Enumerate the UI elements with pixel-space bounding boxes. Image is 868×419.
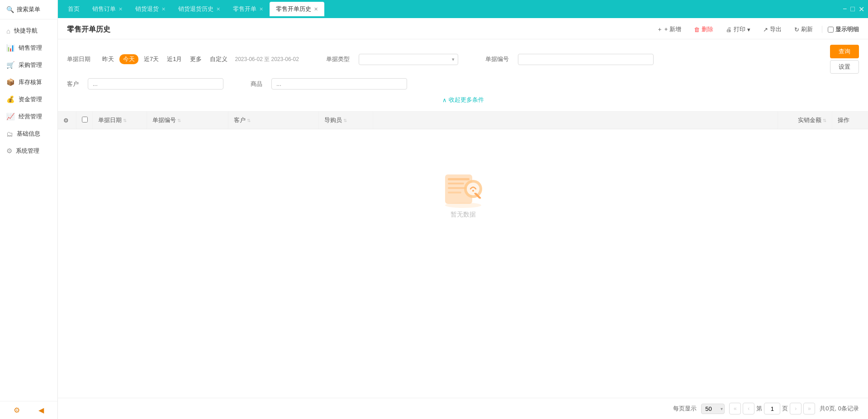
col-guide-sort-icon: ⇅ [343, 118, 347, 123]
page-input[interactable] [764, 403, 780, 414]
export-button[interactable]: ↗ 导出 [759, 24, 785, 35]
date-label: 单据日期 [67, 55, 90, 63]
date-opt-1month[interactable]: 近1月 [164, 54, 185, 64]
select-all-checkbox[interactable] [82, 117, 88, 122]
doc-type-select[interactable] [359, 54, 458, 65]
page-header: 零售开单历史 ＋ + 新增 🗑 删除 🖨 打印 ▾ ↗ 导出 [58, 18, 868, 39]
add-icon: ＋ [657, 25, 663, 33]
page-next-button[interactable]: › [790, 403, 802, 414]
empty-illustration [436, 165, 490, 211]
sidebar-item-finance[interactable]: 💰资金管理 [0, 91, 57, 108]
tab-bar: 首页销售订单✕销货退货✕销货退货历史✕零售开单✕零售开单历史✕ − □ ✕ [58, 0, 868, 18]
window-maximize-icon[interactable]: □ [850, 5, 855, 13]
nav-label-quick-nav: 快捷导航 [14, 27, 38, 35]
page-title: 零售开单历史 [67, 25, 110, 34]
date-opt-7days[interactable]: 近7天 [141, 54, 161, 64]
col-date[interactable]: 单据日期 ⇅ [92, 112, 147, 129]
col-num[interactable]: 单据编号 ⇅ [147, 112, 228, 129]
nav-icon-operations: 📈 [6, 113, 15, 121]
page-of-label: 页 [782, 405, 788, 413]
tab-close-sales-return[interactable]: ✕ [161, 6, 166, 12]
tab-sales-return-history[interactable]: 销货退货历史✕ [172, 2, 227, 16]
col-guide-label: 导购员 [324, 116, 342, 124]
nav-icon-finance: 💰 [6, 95, 15, 104]
date-opt-more[interactable]: 更多 [187, 54, 204, 64]
date-opt-today[interactable]: 今天 [119, 54, 138, 64]
date-range-display: 2023-06-02 至 2023-06-02 [235, 56, 299, 63]
col-customer-label: 客户 [234, 116, 246, 124]
svg-rect-2 [448, 178, 470, 180]
refresh-button[interactable]: ↻ 刷新 [791, 24, 816, 35]
goods-label: 商品 [251, 80, 262, 88]
page-size-wrapper: 10 20 50 100 ▾ [701, 404, 725, 414]
collapse-bar[interactable]: ∧ 收起更多条件 [67, 94, 859, 106]
sidebar-item-quick-nav[interactable]: ⌂快捷导航 [0, 22, 57, 39]
tab-sales-return[interactable]: 销货退货✕ [129, 2, 172, 16]
page-prev-button[interactable]: ‹ [743, 403, 754, 414]
goods-input[interactable] [271, 78, 407, 89]
tab-label-sales-return: 销货退货 [135, 5, 159, 13]
nav-label-sys-mgmt: 系统管理 [16, 147, 39, 155]
date-options: 昨天 今天 近7天 近1月 更多 自定义 2023-06-02 至 2023-0… [100, 54, 299, 64]
tab-label-retail-open: 零售开单 [233, 5, 256, 13]
sidebar: 🔍 搜索菜单 ⌂快捷导航📊销售管理🛒采购管理📦库存核算💰资金管理📈经营管理🗂基础… [0, 0, 58, 419]
print-arrow-icon: ▾ [747, 26, 750, 33]
sidebar-item-operations[interactable]: 📈经营管理 [0, 108, 57, 125]
page-size-select[interactable]: 10 20 50 100 [701, 404, 725, 414]
svg-rect-4 [448, 187, 467, 189]
col-customer[interactable]: 客户 ⇅ [228, 112, 318, 129]
collapse-label: 收起更多条件 [449, 96, 484, 104]
svg-rect-3 [448, 183, 464, 184]
col-amount-label: 实销金额 [798, 116, 821, 124]
tab-sales-order[interactable]: 销售订单✕ [86, 2, 129, 16]
tab-close-retail-open[interactable]: ✕ [259, 6, 263, 12]
tab-close-sales-order[interactable]: ✕ [119, 6, 123, 12]
empty-text: 暂无数据 [451, 211, 476, 219]
col-settings[interactable]: ⚙ [58, 112, 76, 129]
doc-num-input[interactable] [518, 54, 654, 65]
sidebar-item-purchase-mgmt[interactable]: 🛒采购管理 [0, 56, 57, 74]
display-detail-checkbox[interactable]: 显示明细 [828, 25, 859, 33]
date-opt-custom[interactable]: 自定义 [207, 54, 230, 64]
col-num-label: 单据编号 [152, 116, 176, 124]
col-checkbox[interactable] [76, 112, 92, 129]
tab-home[interactable]: 首页 [62, 2, 86, 16]
print-icon: 🖨 [726, 26, 732, 33]
tab-retail-open-history[interactable]: 零售开单历史✕ [270, 2, 324, 16]
sidebar-item-base-info[interactable]: 🗂基础信息 [0, 125, 57, 142]
col-ops-label: 操作 [838, 117, 849, 123]
col-amount[interactable]: 实销金额 ⇅ [778, 112, 832, 129]
date-opt-yesterday[interactable]: 昨天 [100, 54, 117, 64]
settings-button[interactable]: 设置 [830, 60, 859, 74]
col-guide[interactable]: 导购员 ⇅ [318, 112, 373, 129]
col-num-sort-icon: ⇅ [177, 118, 181, 123]
tab-close-retail-open-history[interactable]: ✕ [314, 6, 318, 12]
export-icon: ↗ [763, 26, 768, 33]
print-label: 打印 [734, 25, 745, 33]
nav-label-base-info: 基础信息 [17, 130, 40, 138]
sidebar-item-inventory[interactable]: 📦库存核算 [0, 74, 57, 91]
collapse-icon[interactable]: ◀ [38, 406, 44, 414]
sidebar-search[interactable]: 🔍 搜索菜单 [0, 0, 57, 19]
customer-input[interactable] [88, 78, 223, 89]
doc-num-label: 单据编号 [485, 55, 509, 63]
tab-retail-open[interactable]: 零售开单✕ [227, 2, 270, 16]
sidebar-search-label: 搜索菜单 [17, 5, 40, 14]
query-button[interactable]: 查询 [830, 45, 859, 58]
page-first-button[interactable]: « [729, 403, 741, 414]
sidebar-item-sales-mgmt[interactable]: 📊销售管理 [0, 39, 57, 56]
print-button[interactable]: 🖨 打印 ▾ [722, 24, 754, 35]
display-detail-input[interactable] [828, 27, 834, 33]
sidebar-item-sys-mgmt[interactable]: ⚙系统管理 [0, 142, 57, 160]
window-minimize-icon[interactable]: − [843, 5, 847, 13]
toolbar: ＋ + 新增 🗑 删除 🖨 打印 ▾ ↗ 导出 ↻ [653, 24, 859, 35]
svg-rect-5 [448, 192, 461, 193]
refresh-icon: ↻ [794, 26, 799, 33]
tab-close-sales-return-history[interactable]: ✕ [216, 6, 220, 12]
nav-icon-inventory: 📦 [6, 78, 15, 86]
page-last-button[interactable]: » [803, 403, 815, 414]
settings-icon[interactable]: ⚙ [14, 406, 20, 414]
add-button[interactable]: ＋ + 新增 [653, 24, 685, 35]
window-close-icon[interactable]: ✕ [859, 5, 864, 14]
delete-button[interactable]: 🗑 删除 [690, 24, 717, 35]
